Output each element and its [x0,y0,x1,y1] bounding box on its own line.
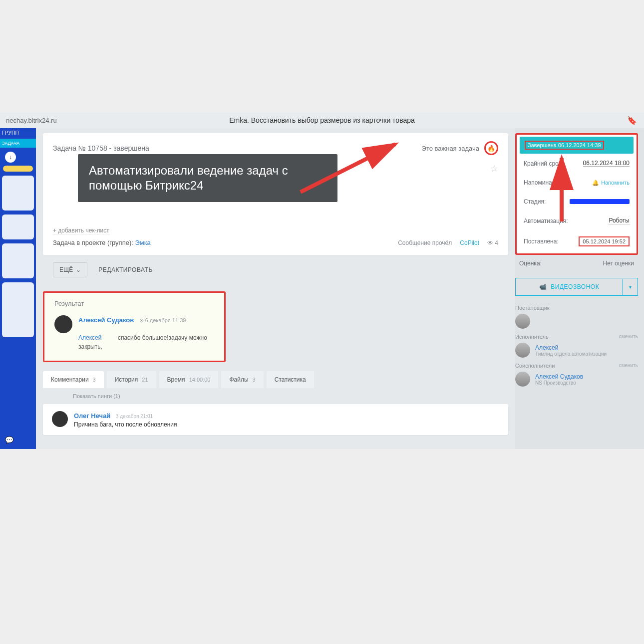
tab-history[interactable]: История 21 [107,371,156,388]
person-name: Алексей Судаков [535,373,583,380]
views-count: 👁 4 [487,239,498,246]
tab-label: Файлы [229,376,248,383]
show-pings-link[interactable]: Показать пинги (1) [73,393,508,399]
tab-count: 14:00:00 [189,377,211,383]
sidebar-kanban-card[interactable] [2,282,34,337]
task-header: Задача № 10758 - завершена [53,144,149,152]
rating-label: Оценка: [519,260,542,267]
project-link[interactable]: Эмка [135,239,151,246]
status-date: 06.12.2024 14:39 [558,142,601,148]
add-checklist-link[interactable]: + добавить чек-лист [53,227,109,234]
executor-person[interactable]: Алексей Тимлид отдела автоматизации [515,343,638,358]
creator-title: Постановщик [515,305,550,311]
chat-icon[interactable]: 💬 [5,436,13,444]
videocall-dropdown[interactable]: ▾ [623,279,638,295]
annotation-arrow [301,137,410,199]
project-label: Задача в проекте (группе): [53,239,133,246]
executor-title: Исполнитель [515,334,549,340]
tab-label: Комментарии [51,376,89,383]
result-title: Результат [54,300,214,307]
app-window: nechay.bitrix24.ru Emka. Восстановить вы… [0,112,644,449]
status-badge: Завершена 06.12.2024 14:39 [520,137,634,154]
posted-label: Поставлена: [524,238,559,245]
change-link[interactable]: сменить [619,334,638,340]
tab-comments[interactable]: Комментарии 3 [43,371,104,388]
comment-item: Олег Нечай 3 декабря 21:01 Причина бага,… [43,404,508,435]
tab-count: 21 [142,377,148,383]
stage-bar[interactable] [570,199,630,204]
avatar[interactable] [52,411,68,427]
copilot-link[interactable]: CoPilot [460,239,479,246]
avatar [515,314,530,329]
reminder-text: Напомнить [601,180,630,186]
tab-label: Время [167,376,185,383]
avatar [515,343,530,358]
comment-author-link[interactable]: Олег Нечай [74,412,110,420]
left-sidebar: ГРУПП ЗАДАЧА ↓ 💬 [0,128,36,449]
person-role: NS Производство [535,380,583,386]
deadline-value[interactable]: 06.12.2024 18:00 [583,160,630,167]
result-author-link[interactable]: Алексей Судаков [78,316,134,324]
fire-icon[interactable]: 🔥 [484,141,498,155]
tab-label: История [115,376,138,383]
tab-files[interactable]: Файлы 3 [221,371,263,388]
sidebar-kanban-card[interactable] [2,215,34,239]
task-sidebar: Завершена 06.12.2024 14:39 Крайний срок:… [515,128,644,449]
bookmark-icon[interactable]: 🔖 [627,116,637,125]
status-panel: Завершена 06.12.2024 14:39 Крайний срок:… [515,133,638,255]
reminder-link[interactable]: 🔔 Напомнить [592,180,630,186]
important-label: Это важная задача [422,145,479,152]
svg-line-0 [301,144,395,192]
result-block: Результат Алексей Судаков ⊙ 6 декабря 11… [43,291,226,362]
chevron-down-icon: ⌄ [76,266,81,273]
avatar [515,372,530,387]
rating-value: Нет оценки [603,260,634,267]
more-button[interactable]: ЕЩЁ ⌄ [53,262,87,277]
annotation-arrow [554,154,569,226]
edit-button[interactable]: РЕДАКТИРОВАТЬ [98,266,153,273]
creator-person[interactable] [515,314,638,329]
tab-stats[interactable]: Статистика [267,371,314,388]
tab-label: Статистика [275,376,306,383]
sidebar-kanban-card[interactable] [2,243,34,278]
browser-urlbar: nechay.bitrix24.ru Emka. Восстановить вы… [0,112,644,128]
detail-tabs: Комментарии 3 История 21 Время 14:00:00 … [43,371,508,388]
coexec-title: Соисполнители [515,363,555,369]
automation-link[interactable]: Роботы [609,217,630,224]
sidebar-pill [3,166,33,172]
stage-label: Стадия: [524,198,546,205]
tab-count: 3 [253,377,256,383]
sidebar-kanban-card[interactable] [2,176,34,211]
page-title: Emka. Восстановить выбор размеров из кар… [0,116,644,124]
coexec-person[interactable]: Алексей Судаков NS Производство [515,372,638,387]
camera-icon: 📹 [539,283,547,290]
tab-time[interactable]: Время 14:00:00 [159,371,219,388]
favorite-star-icon[interactable]: ☆ [487,164,498,174]
result-reply-to[interactable]: Алексей [78,334,101,341]
bell-icon: 🔔 [592,180,599,186]
main-content: Автоматизировали ведение задач с помощью… [36,128,515,449]
person-name: Алексей [535,344,607,351]
person-role: Тимлид отдела автоматизации [535,351,607,357]
more-button-label: ЕЩЁ [59,266,73,273]
tab-count: 3 [93,377,96,383]
videocall-label: ВИДЕОЗВОНОК [551,283,599,290]
sidebar-collapse-icon[interactable]: ↓ [5,152,16,163]
sidebar-group-label: ГРУПП [0,128,36,138]
posted-value: 05.12.2024 19:52 [579,236,630,246]
status-label: Завершена [528,142,557,148]
promo-caption-overlay: Автоматизировали ведение задач с помощью… [78,154,337,202]
comment-text: Причина бага, что после обновления [74,421,177,428]
videocall-button[interactable]: 📹 ВИДЕОЗВОНОК ▾ [515,278,638,296]
comment-date: 3 декабря 21:01 [116,414,153,419]
change-link[interactable]: сменить [619,363,638,369]
avatar[interactable] [54,315,72,333]
message-read-label: Сообщение прочёл [398,239,452,246]
sidebar-task-tab[interactable]: ЗАДАЧА [0,139,36,148]
task-actions: ЕЩЁ ⌄ РЕДАКТИРОВАТЬ [43,255,508,284]
result-date: ⊙ 6 декабря 11:39 [139,317,186,323]
